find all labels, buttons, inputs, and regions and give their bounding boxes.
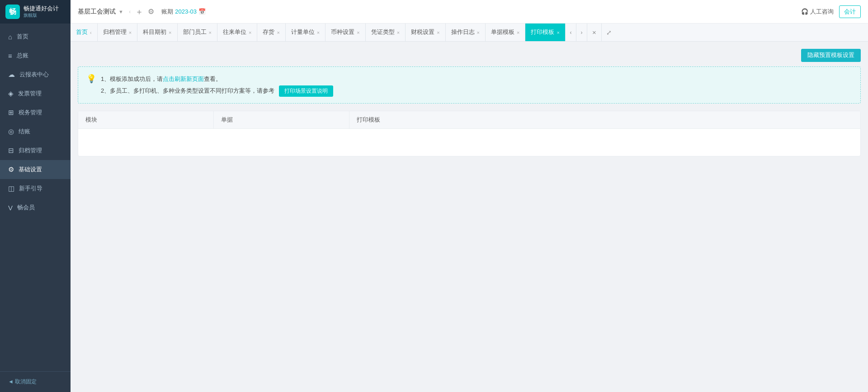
sidebar-item-label: 首页 [17,33,28,41]
tab-tax-set[interactable]: 财税设置 × [406,24,445,42]
col-document: 单据 [214,111,349,128]
tab-label: 币种设置 [331,28,354,36]
close-tab-inventory[interactable]: × [277,30,279,35]
tab-label: 归档管理 [103,28,127,36]
tab-label: 财税设置 [411,28,434,36]
col-print-template: 打印模板 [349,111,860,128]
nav-back-icon: ‹ [129,8,131,15]
tab-currency[interactable]: 币种设置 × [326,24,365,42]
home-icon: ⌂ [8,33,12,41]
sidebar-item-invoice[interactable]: ◈ 发票管理 [0,84,71,103]
unpin-button[interactable]: ◄ 取消固定 [0,371,71,392]
add-tab-icon[interactable]: ＋ [135,6,143,17]
info-line2: 2、多员工、多打印机、多种业务类型设置不同打印方案等，请参考 打印场景设置说明 [101,85,333,97]
sidebar-nav: ⌂ 首页 ≡ 总账 ☁ 云报表中心 ◈ 发票管理 ⊞ 税务管理 ◎ 结账 ⊟ 归… [0,24,71,371]
sidebar-item-tax[interactable]: ⊞ 税务管理 [0,103,71,122]
app-edition: 旗舰版 [24,12,59,19]
sidebar-item-reports[interactable]: ☁ 云报表中心 [0,65,71,84]
tab-voucher[interactable]: 凭证类型 × [366,24,406,42]
sidebar-item-label: 云报表中心 [19,71,49,79]
service-label: 人工咨询 [810,8,834,16]
calendar-icon[interactable]: 📅 [198,8,206,15]
sidebar-item-label: 归档管理 [19,146,42,155]
table-body [78,129,860,156]
tab-prev-button[interactable]: ‹ [566,24,576,42]
tab-label: 凭证类型 [371,28,395,36]
settings-gear-icon[interactable]: ⚙ [148,7,154,16]
close-tab-currency[interactable]: × [357,30,359,35]
archive-icon: ⊟ [8,146,14,155]
action-bar: 隐藏预置模板设置 [78,49,861,62]
close-tab-tax[interactable]: × [437,30,439,35]
close-tab-dept[interactable]: × [209,30,212,35]
top-bar-actions: ‹ ＋ ⚙ [129,6,154,17]
main-content: 基层工会测试 ▼ ‹ ＋ ⚙ 账期 2023-03 📅 🎧 人工咨询 会计 首页… [71,0,868,392]
tax-icon: ⊞ [8,109,14,117]
page-content: 隐藏预置模板设置 💡 1、模板添加成功后，请点击刷新新页面查看。 2、多员工、多… [71,42,868,392]
sidebar-item-archive[interactable]: ⊟ 归档管理 [0,141,71,160]
sidebar-item-basic[interactable]: ⚙ 基础设置 [0,160,71,179]
sidebar-item-label: 基础设置 [19,165,42,174]
member-icon: V [8,204,13,212]
close-tab-unit[interactable]: × [317,30,320,35]
top-right-actions: 🎧 人工咨询 会计 [801,5,861,18]
tab-archive[interactable]: 归档管理 × [98,24,137,42]
nav-prev-icon[interactable]: ‹ [90,30,92,35]
sidebar-item-member[interactable]: V 畅会员 [0,198,71,217]
close-tab-archive[interactable]: × [129,30,132,35]
print-scene-button[interactable]: 打印场景设置说明 [279,85,333,97]
logo: 畅 畅捷通好会计 旗舰版 [0,0,71,24]
settings-icon: ⚙ [8,165,14,174]
tab-inventory[interactable]: 存货 × [257,24,285,42]
close-tab-print-tpl[interactable]: × [557,30,559,35]
service-button[interactable]: 🎧 人工咨询 [801,8,834,16]
tab-label: 首页 [76,28,88,36]
settlement-icon: ◎ [8,128,14,136]
table-header: 模块 单据 打印模板 [78,111,860,129]
tab-subject[interactable]: 科目期初 × [137,24,177,42]
close-tab-oplog[interactable]: × [477,30,480,35]
sidebar-item-label: 畅会员 [17,203,35,212]
period-label: 账期 [161,8,173,16]
col-module: 模块 [78,111,214,128]
refresh-link[interactable]: 点击刷新新页面 [163,76,204,82]
data-table: 模块 单据 打印模板 [78,111,861,156]
tab-partner[interactable]: 往来单位 × [217,24,257,42]
info-text: 1、模板添加成功后，请点击刷新新页面查看。 2、多员工、多打印机、多种业务类型设… [101,73,333,97]
sidebar-item-settlement[interactable]: ◎ 结账 [0,122,71,141]
sidebar-item-guide[interactable]: ◫ 新手引导 [0,179,71,198]
tab-label: 单据模板 [491,28,514,36]
info-line1: 1、模板添加成功后，请点击刷新新页面查看。 [101,73,333,85]
tab-label: 计量单位 [291,28,315,36]
close-tab-subject[interactable]: × [169,30,171,35]
tab-label: 部门员工 [183,28,207,36]
sidebar-item-label: 新手引导 [19,184,42,193]
hide-preview-button[interactable]: 隐藏预置模板设置 [801,49,861,62]
close-tab-partner[interactable]: × [249,30,251,35]
tab-home[interactable]: 首页 ‹ [71,24,98,42]
close-all-tabs-button[interactable]: × [587,24,602,42]
close-tab-voucher-tpl[interactable]: × [517,30,519,35]
tab-label: 存货 [263,28,274,36]
tab-label: 操作日志 [451,28,475,36]
period-value[interactable]: 2023-03 [175,8,197,15]
close-tab-voucher[interactable]: × [397,30,400,35]
tab-next-button[interactable]: › [576,24,587,42]
guide-icon: ◫ [8,184,14,193]
sidebar-item-label: 发票管理 [18,90,42,98]
tab-label: 往来单位 [223,28,246,36]
company-dropdown-icon[interactable]: ▼ [118,9,123,14]
tab-print-tpl[interactable]: 打印模板 × [525,24,565,42]
kuaiji-button[interactable]: 会计 [839,5,861,18]
company-name[interactable]: 基层工会测试 [78,8,116,16]
tab-unit[interactable]: 计量单位 × [286,24,326,42]
sidebar-item-label: 结账 [19,128,30,136]
sidebar-item-label: 税务管理 [19,109,42,117]
sidebar-item-home[interactable]: ⌂ 首页 [0,27,71,46]
tab-voucher-tpl[interactable]: 单据模板 × [486,24,525,42]
sidebar-item-ledger[interactable]: ≡ 总账 [0,46,71,65]
tab-dept[interactable]: 部门员工 × [178,24,217,42]
tab-oplog[interactable]: 操作日志 × [446,24,486,42]
logo-icon: 畅 [5,5,20,19]
expand-button[interactable]: ⤢ [602,24,616,42]
